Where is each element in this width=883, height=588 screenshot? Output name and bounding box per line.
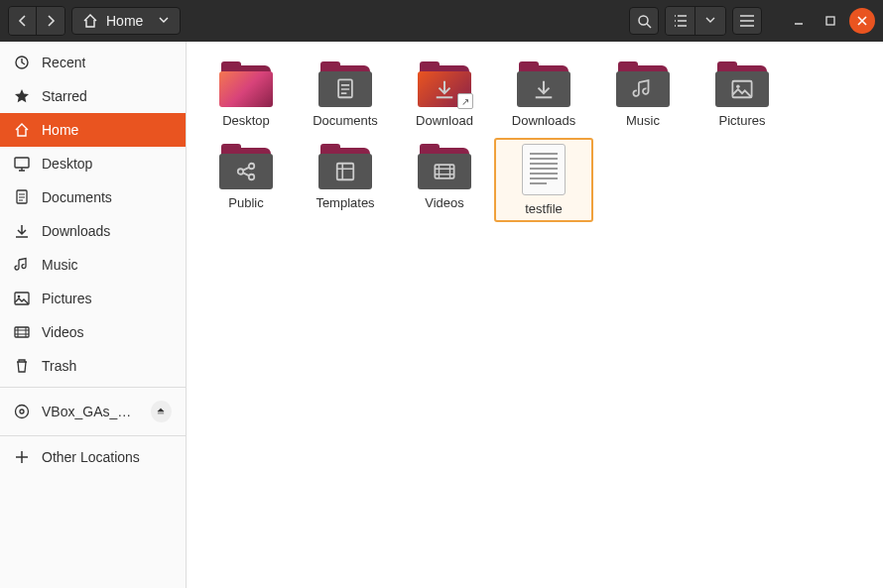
folder-icon: [219, 61, 273, 107]
plus-icon: [14, 449, 30, 465]
documents-icon: [14, 189, 30, 205]
sidebar-item-music[interactable]: Music: [0, 248, 186, 282]
hamburger-menu-button[interactable]: [732, 7, 762, 35]
documents-icon: [334, 78, 356, 100]
videos-icon: [434, 161, 455, 182]
folder-icon: [715, 61, 769, 107]
nav-buttons: [8, 6, 65, 36]
sidebar-separator: [0, 387, 186, 388]
file-label: Templates: [315, 195, 374, 210]
home-icon: [82, 13, 98, 29]
sidebar-item-label: VBox_GAs_6.…: [42, 404, 139, 419]
minimize-icon: [794, 16, 804, 26]
downloads-icon: [533, 78, 555, 100]
disc-icon: [14, 404, 30, 419]
eject-icon: [156, 407, 166, 416]
back-button[interactable]: [9, 7, 37, 35]
templates-icon: [334, 161, 356, 182]
file-label: Pictures: [719, 113, 766, 128]
minimize-button[interactable]: [786, 8, 812, 34]
chevron-right-icon: [46, 15, 56, 27]
star-icon: [14, 88, 30, 104]
pictures-icon: [731, 78, 753, 100]
path-label: Home: [106, 13, 143, 29]
svg-rect-1: [826, 17, 834, 25]
textfile-icon: [522, 144, 566, 195]
sidebar-item-desktop[interactable]: Desktop: [0, 147, 186, 180]
downloads-icon: [434, 78, 455, 100]
pictures-icon: [14, 291, 30, 306]
maximize-icon: [825, 16, 835, 26]
sidebar: RecentStarredHomeDesktopDocumentsDownloa…: [0, 42, 187, 588]
share-icon: [235, 161, 257, 182]
file-item[interactable]: Documents: [296, 56, 395, 134]
folder-icon: [318, 144, 372, 189]
view-toggle-button[interactable]: [666, 7, 695, 35]
file-item[interactable]: Public: [196, 138, 296, 222]
folder-icon: [616, 61, 670, 107]
file-item[interactable]: ↗ Download: [395, 56, 494, 134]
sidebar-item-label: Desktop: [42, 156, 92, 172]
home-icon: [14, 122, 30, 138]
music-icon: [632, 78, 654, 100]
forward-button[interactable]: [37, 7, 64, 35]
sidebar-item-label: Downloads: [42, 223, 110, 239]
sidebar-item-downloads[interactable]: Downloads: [0, 214, 186, 248]
sidebar-item-label: Music: [42, 257, 78, 273]
sidebar-item-trash[interactable]: Trash: [0, 349, 186, 383]
file-grid: Desktop Documents ↗ Download Downloads M…: [196, 56, 873, 222]
music-icon: [14, 257, 30, 273]
list-icon: [674, 15, 688, 27]
file-item[interactable]: Templates: [296, 138, 395, 222]
headerbar: Home: [0, 0, 883, 42]
folder-icon: [219, 144, 273, 189]
file-label: Videos: [425, 195, 464, 210]
sidebar-item-pictures[interactable]: Pictures: [0, 282, 186, 315]
file-item[interactable]: Videos: [395, 138, 494, 222]
sidebar-other-locations[interactable]: Other Locations: [0, 440, 186, 474]
file-item[interactable]: testfile: [494, 138, 593, 222]
close-icon: [857, 16, 867, 26]
shortcut-badge-icon: ↗: [457, 93, 473, 109]
file-label: Documents: [313, 113, 378, 128]
sidebar-item-videos[interactable]: Videos: [0, 315, 186, 349]
main-area: RecentStarredHomeDesktopDocumentsDownloa…: [0, 42, 883, 588]
file-item[interactable]: Pictures: [693, 56, 792, 134]
sidebar-item-label: Other Locations: [42, 449, 140, 465]
sidebar-item-label: Recent: [42, 55, 85, 70]
file-label: Music: [626, 113, 660, 128]
videos-icon: [14, 324, 30, 340]
sidebar-item-recent[interactable]: Recent: [0, 46, 186, 79]
trash-icon: [14, 358, 30, 374]
file-label: Desktop: [222, 113, 270, 128]
caret-down-icon: [159, 17, 169, 25]
file-label: Public: [228, 195, 263, 210]
path-bar[interactable]: Home: [71, 7, 181, 35]
hamburger-icon: [740, 15, 754, 27]
downloads-icon: [14, 223, 30, 239]
sidebar-separator: [0, 435, 186, 436]
sidebar-item-starred[interactable]: Starred: [0, 79, 186, 113]
search-button[interactable]: [629, 7, 659, 35]
eject-button[interactable]: [151, 401, 172, 422]
sidebar-item-home[interactable]: Home: [0, 113, 186, 147]
file-label: Downloads: [512, 113, 575, 128]
file-item[interactable]: Desktop: [196, 56, 296, 134]
sidebar-item-label: Documents: [42, 189, 112, 205]
sidebar-item-label: Videos: [42, 324, 84, 340]
folder-icon: [418, 144, 471, 189]
sidebar-item-documents[interactable]: Documents: [0, 180, 186, 214]
desktop-icon: [14, 156, 30, 172]
file-item[interactable]: Downloads: [494, 56, 593, 134]
sidebar-item-label: Pictures: [42, 291, 92, 306]
file-item[interactable]: Music: [593, 56, 693, 134]
file-label: Download: [416, 113, 473, 128]
content-area[interactable]: Desktop Documents ↗ Download Downloads M…: [187, 42, 883, 588]
close-button[interactable]: [849, 8, 875, 34]
view-options-button[interactable]: [695, 7, 725, 35]
sidebar-mount[interactable]: VBox_GAs_6.…: [0, 392, 186, 431]
svg-point-0: [639, 16, 648, 25]
search-icon: [637, 14, 652, 29]
maximize-button[interactable]: [818, 8, 843, 34]
file-label: testfile: [525, 201, 563, 216]
